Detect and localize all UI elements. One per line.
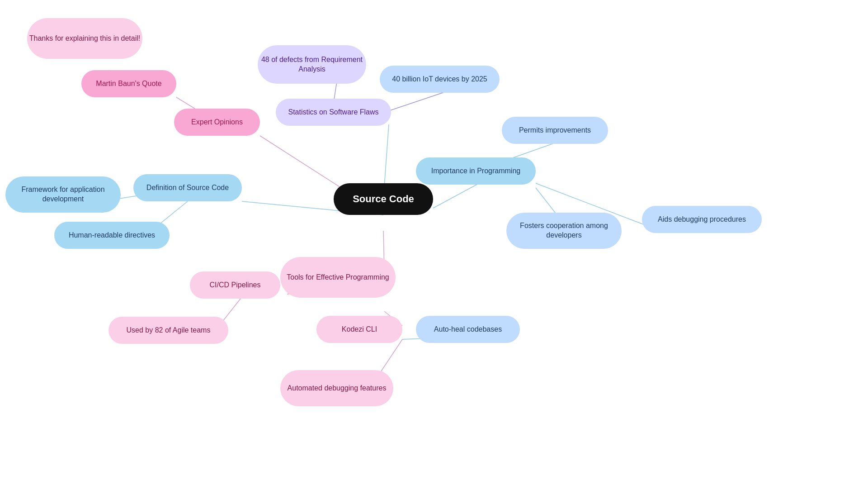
framework-node[interactable]: Framework for application development	[5, 176, 121, 213]
expert-opinions-label: Expert Opinions	[191, 118, 243, 127]
thanks-node[interactable]: Thanks for explaining this in detail!	[27, 18, 142, 59]
statistics-label: Statistics on Software Flaws	[288, 108, 378, 117]
used82-label: Used by 82 of Agile teams	[127, 326, 211, 335]
svg-line-10	[389, 90, 452, 111]
autoheal-node[interactable]: Auto-heal codebases	[416, 316, 520, 343]
iot-label: 40 billion IoT devices by 2025	[392, 75, 487, 84]
tools-label: Tools for Effective Programming	[287, 273, 389, 282]
svg-line-3	[433, 183, 479, 208]
fosters-node[interactable]: Fosters cooperation among developers	[506, 213, 622, 249]
autoheal-label: Auto-heal codebases	[434, 325, 502, 334]
framework-label: Framework for application development	[5, 185, 121, 204]
expert-opinions-node[interactable]: Expert Opinions	[174, 109, 260, 136]
thanks-label: Thanks for explaining this in detail!	[29, 34, 140, 43]
statistics-node[interactable]: Statistics on Software Flaws	[276, 99, 391, 126]
center-node[interactable]: Source Code	[334, 183, 433, 215]
permits-label: Permits improvements	[519, 126, 591, 135]
automated-label: Automated debugging features	[288, 384, 387, 393]
cicd-label: CI/CD Pipelines	[210, 281, 261, 290]
martin-baun-node[interactable]: Martin Baun's Quote	[81, 70, 176, 97]
defects-label: 48 of defects from Requirement Analysis	[258, 55, 366, 74]
center-label: Source Code	[353, 193, 414, 206]
human-readable-node[interactable]: Human-readable directives	[54, 222, 170, 249]
used82-node[interactable]: Used by 82 of Agile teams	[108, 317, 228, 344]
importance-node[interactable]: Importance in Programming	[416, 157, 536, 185]
permits-node[interactable]: Permits improvements	[502, 117, 608, 144]
defects-node[interactable]: 48 of defects from Requirement Analysis	[258, 45, 366, 84]
fosters-label: Fosters cooperation among developers	[506, 221, 622, 240]
kodezi-label: Kodezi CLI	[342, 325, 377, 334]
definition-label: Definition of Source Code	[146, 183, 229, 193]
iot-node[interactable]: 40 billion IoT devices by 2025	[380, 66, 500, 93]
definition-node[interactable]: Definition of Source Code	[133, 174, 242, 201]
importance-label: Importance in Programming	[431, 167, 520, 176]
kodezi-node[interactable]: Kodezi CLI	[316, 316, 402, 343]
tools-node[interactable]: Tools for Effective Programming	[280, 257, 396, 298]
human-readable-label: Human-readable directives	[69, 231, 155, 240]
martin-baun-label: Martin Baun's Quote	[96, 79, 161, 89]
aids-node[interactable]: Aids debugging procedures	[642, 206, 762, 233]
aids-label: Aids debugging procedures	[658, 215, 746, 224]
automated-node[interactable]: Automated debugging features	[280, 370, 393, 406]
cicd-node[interactable]: CI/CD Pipelines	[190, 271, 280, 299]
